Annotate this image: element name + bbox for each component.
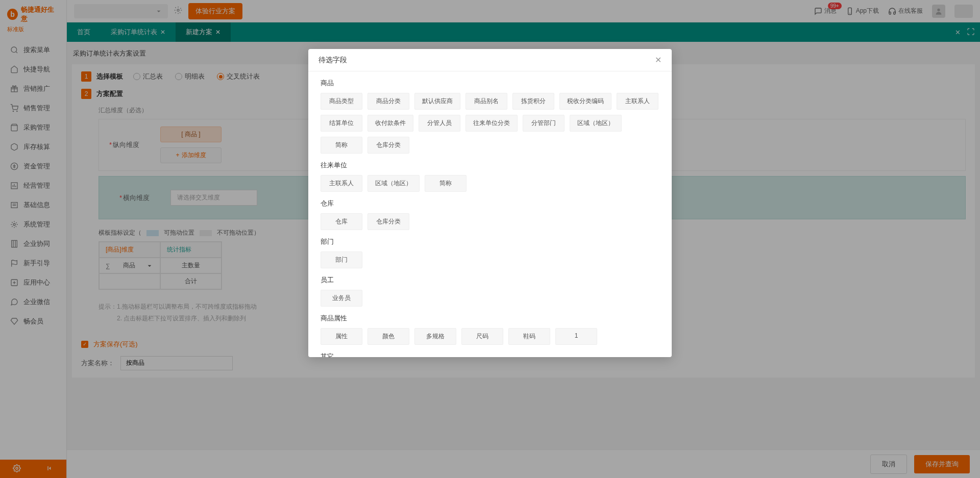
field-chip[interactable]: 仓库分类: [368, 213, 409, 230]
field-group-6: 其它单据日期项目: [321, 352, 659, 357]
field-chip[interactable]: 1: [555, 328, 597, 345]
field-chip[interactable]: 区域（地区）: [570, 115, 622, 132]
field-chip[interactable]: 鞋码: [508, 328, 550, 345]
group-title: 往来单位: [321, 161, 659, 170]
field-chip[interactable]: 仓库: [321, 213, 362, 230]
field-chip[interactable]: 往来单位分类: [465, 115, 518, 132]
group-title: 商品: [321, 79, 659, 88]
field-group-5: 商品属性属性颜色多规格尺码鞋码1: [321, 314, 659, 345]
field-chip[interactable]: 多规格: [414, 328, 456, 345]
field-chip[interactable]: 收付款条件: [368, 115, 413, 132]
field-chip[interactable]: 主联系人: [617, 93, 658, 110]
group-title: 商品属性: [321, 314, 659, 323]
field-chip[interactable]: 尺码: [461, 328, 503, 345]
field-chip[interactable]: 属性: [321, 328, 362, 345]
group-title: 部门: [321, 237, 659, 246]
field-chip[interactable]: 商品分类: [368, 93, 409, 110]
field-chip[interactable]: 部门: [321, 251, 362, 268]
field-chip[interactable]: 商品别名: [465, 93, 507, 110]
field-chip[interactable]: 拣货积分: [512, 93, 554, 110]
group-title: 仓库: [321, 199, 659, 208]
field-selector-modal: 待选字段 ✕ 商品商品类型商品分类默认供应商商品别名拣货积分税收分类编码主联系人…: [308, 49, 672, 357]
field-chip[interactable]: 默认供应商: [414, 93, 460, 110]
field-chip[interactable]: 结算单位: [321, 115, 362, 132]
field-chip[interactable]: 简称: [321, 137, 362, 154]
field-group-2: 仓库仓库仓库分类: [321, 199, 659, 230]
field-chip[interactable]: 主联系人: [321, 175, 362, 192]
modal-overlay[interactable]: 待选字段 ✕ 商品商品类型商品分类默认供应商商品别名拣货积分税收分类编码主联系人…: [0, 0, 980, 478]
modal-close-button[interactable]: ✕: [655, 55, 662, 65]
field-chip[interactable]: 业务员: [321, 290, 362, 307]
field-group-1: 往来单位主联系人区域（地区）简称: [321, 161, 659, 192]
field-chip[interactable]: 区域（地区）: [368, 175, 420, 192]
field-chip[interactable]: 颜色: [368, 328, 409, 345]
field-chip[interactable]: 商品类型: [321, 93, 362, 110]
group-title: 员工: [321, 275, 659, 285]
field-group-3: 部门部门: [321, 237, 659, 268]
modal-title: 待选字段: [318, 56, 347, 65]
field-group-0: 商品商品类型商品分类默认供应商商品别名拣货积分税收分类编码主联系人结算单位收付款…: [321, 79, 659, 154]
field-chip[interactable]: 简称: [425, 175, 467, 192]
field-chip[interactable]: 仓库分类: [368, 137, 409, 154]
field-chip[interactable]: 税收分类编码: [559, 93, 611, 110]
group-title: 其它: [321, 352, 659, 357]
field-group-4: 员工业务员: [321, 275, 659, 307]
field-chip[interactable]: 分管人员: [419, 115, 460, 132]
field-chip[interactable]: 分管部门: [523, 115, 565, 132]
